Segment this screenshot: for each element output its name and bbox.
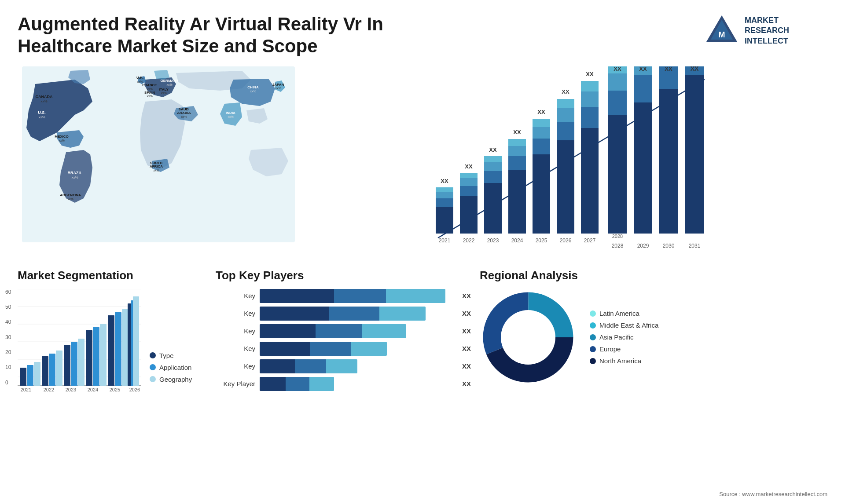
svg-text:XX: XX — [614, 66, 621, 72]
growth-chart-section: XX XX XX XX — [308, 62, 827, 264]
svg-text:ARABIA: ARABIA — [177, 111, 191, 115]
logo-icon: M — [704, 13, 739, 48]
players-list: Key XX Key — [216, 289, 471, 391]
svg-rect-39 — [436, 198, 453, 207]
player-row-4: Key XX — [216, 342, 471, 356]
svg-rect-114 — [71, 342, 77, 386]
page-header: Augmented Reality Ar Virtual Reality Vr … — [0, 0, 845, 62]
bottom-row: Market Segmentation 60 50 40 30 20 10 0 — [0, 264, 845, 405]
logo-block: M MARKET RESEARCH INTELLECT — [704, 13, 827, 48]
svg-rect-56 — [508, 139, 526, 146]
svg-rect-38 — [436, 207, 453, 234]
svg-rect-119 — [108, 315, 114, 386]
svg-rect-40 — [436, 192, 453, 198]
svg-rect-46 — [460, 173, 478, 178]
svg-rect-49 — [484, 171, 502, 183]
svg-rect-75 — [608, 73, 627, 91]
svg-text:XX: XX — [513, 129, 521, 135]
svg-text:2024: 2024 — [511, 237, 523, 244]
svg-text:SPAIN: SPAIN — [144, 91, 155, 95]
logo-text: MARKET RESEARCH INTELLECT — [745, 15, 789, 46]
svg-text:2030: 2030 — [663, 243, 675, 249]
svg-rect-69 — [581, 107, 599, 128]
svg-text:2023: 2023 — [66, 387, 76, 392]
svg-text:xx%: xx% — [147, 95, 152, 98]
svg-text:XX: XX — [691, 66, 699, 72]
svg-rect-58 — [533, 154, 550, 234]
svg-rect-120 — [115, 312, 121, 386]
svg-text:2031: 2031 — [689, 243, 701, 249]
svg-text:xx%: xx% — [71, 175, 78, 179]
svg-rect-41 — [436, 187, 453, 192]
svg-text:M: M — [719, 30, 725, 39]
legend-north-america: North America — [590, 357, 658, 365]
svg-rect-74 — [608, 91, 627, 115]
svg-rect-107 — [20, 368, 26, 386]
svg-text:xx%: xx% — [250, 90, 256, 93]
svg-text:XX: XX — [537, 109, 545, 115]
svg-rect-78 — [634, 102, 652, 234]
segmentation-chart-svg: 2021 2022 2023 2024 2025 2026 — [18, 289, 141, 394]
svg-text:2028: 2028 — [612, 234, 623, 239]
player-row-3: Key XX — [216, 324, 471, 338]
svg-rect-43 — [460, 196, 478, 234]
player-row-6: Key Player XX — [216, 377, 471, 391]
svg-text:BRAZIL: BRAZIL — [68, 171, 82, 175]
svg-rect-71 — [581, 81, 599, 91]
svg-text:2025: 2025 — [110, 387, 120, 392]
svg-text:ARGENTINA: ARGENTINA — [60, 193, 81, 197]
svg-text:XX: XX — [489, 146, 497, 153]
world-map-svg: CANADA xx% U.S. xx% MEXICO xx% BRAZIL xx… — [22, 66, 295, 242]
title-block: Augmented Reality Ar Virtual Reality Vr … — [18, 13, 414, 58]
svg-text:MEXICO: MEXICO — [55, 135, 69, 139]
legend-asia-pacific: Asia Pacific — [590, 333, 658, 341]
donut-chart-svg — [480, 289, 577, 386]
legend-europe: Europe — [590, 345, 658, 353]
svg-text:2022: 2022 — [44, 387, 54, 392]
player-row-2: Key XX — [216, 307, 471, 321]
svg-text:xx%: xx% — [59, 139, 64, 142]
svg-rect-66 — [557, 99, 574, 108]
top-content: CANADA xx% U.S. xx% MEXICO xx% BRAZIL xx… — [0, 62, 845, 264]
svg-rect-70 — [581, 91, 599, 107]
svg-rect-45 — [460, 178, 478, 186]
player-row-1: Key XX — [216, 289, 471, 303]
svg-rect-59 — [533, 139, 550, 154]
svg-text:2022: 2022 — [463, 237, 475, 244]
svg-rect-65 — [557, 108, 574, 122]
segmentation-section: Market Segmentation 60 50 40 30 20 10 0 — [18, 269, 207, 396]
svg-text:xx%: xx% — [137, 80, 143, 83]
svg-rect-115 — [78, 339, 84, 386]
svg-text:xx%: xx% — [38, 115, 45, 119]
svg-rect-83 — [685, 75, 704, 234]
svg-text:xx%: xx% — [67, 197, 73, 201]
seg-geo-dot — [150, 376, 156, 382]
svg-text:2026: 2026 — [560, 237, 572, 244]
svg-text:xx%: xx% — [228, 115, 233, 118]
svg-rect-108 — [27, 365, 33, 386]
svg-text:2025: 2025 — [536, 237, 547, 244]
svg-rect-81 — [659, 89, 678, 234]
svg-text:JAPAN: JAPAN — [272, 83, 284, 87]
svg-text:XX: XX — [586, 71, 594, 77]
svg-text:xx%: xx% — [275, 87, 281, 90]
source-text: Source : www.marketresearchintellect.com — [719, 491, 827, 497]
map-container: CANADA xx% U.S. xx% MEXICO xx% BRAZIL xx… — [22, 66, 295, 242]
key-players-title: Top Key Players — [216, 269, 471, 282]
svg-rect-124 — [133, 296, 139, 386]
svg-text:2021: 2021 — [21, 387, 31, 392]
svg-text:xx%: xx% — [166, 83, 172, 86]
svg-text:AFRICA: AFRICA — [150, 164, 163, 168]
svg-rect-63 — [557, 140, 574, 234]
growth-chart-svg: XX XX XX XX — [317, 66, 819, 251]
svg-text:GERMANY: GERMANY — [161, 79, 179, 83]
svg-rect-118 — [100, 324, 107, 386]
svg-rect-68 — [581, 128, 599, 234]
svg-text:xx%: xx% — [147, 88, 152, 91]
svg-text:FRANCE: FRANCE — [142, 83, 157, 87]
svg-rect-61 — [533, 119, 550, 127]
svg-text:xx%: xx% — [40, 99, 47, 103]
svg-text:xx%: xx% — [181, 115, 187, 118]
seg-legend-geography: Geography — [150, 376, 192, 383]
map-section: CANADA xx% U.S. xx% MEXICO xx% BRAZIL xx… — [18, 62, 308, 264]
